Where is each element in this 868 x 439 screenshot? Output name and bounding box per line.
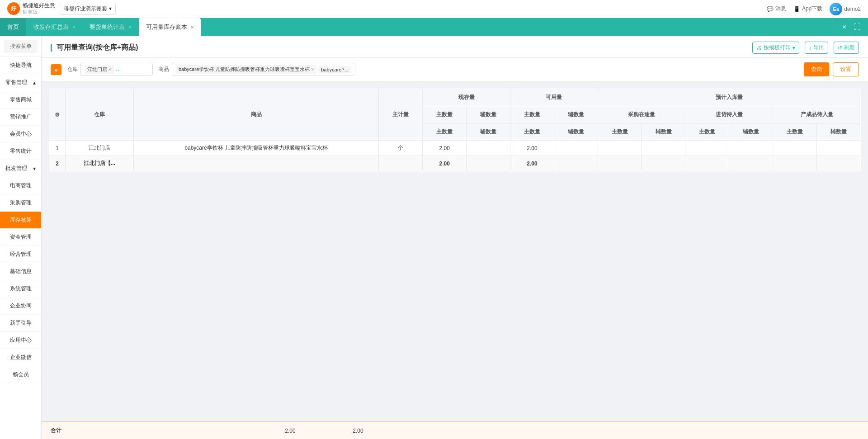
sidebar-item-retail-stats-label: 零售统计 <box>10 148 32 154</box>
sidebar-item-operations-mgmt-label: 经营管理 <box>10 251 32 257</box>
warehouse-filter-label: 仓库 <box>67 66 78 73</box>
print-button[interactable]: 🖨 按模板打印 ▾ <box>752 42 799 54</box>
sidebar-item-quick-nav[interactable]: 快捷导航 <box>0 57 41 74</box>
sidebar-item-system-mgmt[interactable]: 系统管理 <box>0 280 41 297</box>
sidebar-item-purchase-mgmt[interactable]: 采购管理 <box>0 194 41 212</box>
sidebar-item-retail-mgmt[interactable]: 零售管理 ▴ <box>0 74 41 91</box>
th-available: 可用量 <box>510 89 598 106</box>
row1-avail-aux <box>554 141 598 156</box>
row2-pt-aux <box>642 156 685 171</box>
expand-button[interactable]: » <box>51 64 61 75</box>
tab-orders-close[interactable]: × <box>128 24 131 30</box>
sidebar-item-inventory-check[interactable]: 库存核算 <box>0 212 41 229</box>
warehouse-tag-close[interactable]: × <box>108 67 111 72</box>
export-button[interactable]: ↓ 导出 <box>805 42 828 54</box>
row2-avail-aux <box>554 156 598 171</box>
row2-pp-main <box>773 156 817 171</box>
chevron-down-icon: ▾ <box>109 5 112 12</box>
query-button[interactable]: 查询 <box>804 62 829 76</box>
tab-receipts[interactable]: 收发存汇总表 × <box>26 18 82 36</box>
row2-product <box>133 156 379 171</box>
sidebar-item-enterprise-collab-label: 企业协同 <box>10 302 32 309</box>
th-cs-aux2: 辅数量 <box>467 123 510 141</box>
message-action[interactable]: 💬 消息 <box>767 5 786 13</box>
th-avail-main: 主数量 <box>510 106 554 123</box>
tab-home[interactable]: 首页 <box>0 18 26 36</box>
sidebar-item-retail-stats[interactable]: 零售统计 <box>0 143 41 160</box>
product-filter-label: 商品 <box>158 66 169 73</box>
tab-receipts-label: 收发存汇总表 <box>33 23 69 31</box>
sidebar-item-basic-info[interactable]: 基础信息 <box>0 263 41 280</box>
row1-avail-main: 2.00 <box>510 141 554 156</box>
th-pp-aux: 辅数量 <box>817 123 861 141</box>
row2-pp-aux <box>817 156 861 171</box>
th-cs-main2: 主数量 <box>423 123 467 141</box>
user-action[interactable]: Ea demo2 <box>830 3 861 15</box>
tab-fullscreen[interactable]: ⛶ <box>852 22 863 32</box>
row1-warehouse: 江北门店 <box>66 141 134 156</box>
setting-button[interactable]: 设置 <box>833 62 859 76</box>
tab-close-all[interactable]: × <box>840 22 848 32</box>
row1-unit: 个 <box>379 141 423 156</box>
sidebar-item-new-guide[interactable]: 新手引导 <box>0 315 41 332</box>
sidebar-item-enterprise-wechat[interactable]: 企业微信 <box>0 349 41 366</box>
sidebar-item-marketing[interactable]: 营销推广 <box>0 109 41 126</box>
th-purchase-transit: 采购在途量 <box>598 106 685 123</box>
sidebar-item-enterprise-collab[interactable]: 企业协同 <box>0 297 41 315</box>
sidebar-item-enterprise-wechat-label: 企业微信 <box>10 354 32 360</box>
tab-inventory-close[interactable]: × <box>191 24 193 30</box>
export-label: 导出 <box>813 44 824 52</box>
sidebar-item-member-label: 畅会员 <box>13 371 29 378</box>
row1-pt-main <box>598 141 642 156</box>
filter-more-dots[interactable]: ··· <box>116 66 121 73</box>
sidebar-item-operations-mgmt[interactable]: 经营管理 <box>0 246 41 263</box>
warehouse-filter-group: 仓库 江北门店 × ··· <box>67 63 153 76</box>
industry-select[interactable]: 母婴行业演示账套 ▾ <box>60 3 116 15</box>
content-area: 可用量查询(按仓库+商品) 🖨 按模板打印 ▾ ↓ 导出 ↺ 刷新 <box>42 36 868 439</box>
tab-inventory-label: 可用量库存账本 <box>146 23 187 31</box>
sidebar-item-member[interactable]: 畅会员 <box>0 366 41 383</box>
logo-sub: 标准版 <box>23 9 55 15</box>
search-menu-button[interactable]: 搜索菜单 <box>4 40 38 53</box>
tab-orders[interactable]: 要货单统计表 × <box>82 18 138 36</box>
row1-no: 1 <box>49 141 66 156</box>
top-bar-right: 💬 消息 📱 App下载 Ea demo2 <box>767 3 861 15</box>
tab-inventory[interactable]: 可用量库存账本 × <box>139 18 201 36</box>
page-header: 可用量查询(按仓库+商品) 🖨 按模板打印 ▾ ↓ 导出 ↺ 刷新 <box>42 36 868 58</box>
sidebar-item-wholesale-mgmt[interactable]: 批发管理 ▾ <box>0 160 41 177</box>
sidebar-item-purchase-mgmt-label: 采购管理 <box>10 199 32 206</box>
tab-receipts-close[interactable]: × <box>72 24 75 30</box>
sidebar-item-marketing-label: 营销推广 <box>10 113 32 120</box>
sidebar-item-finance-mgmt[interactable]: 资金管理 <box>0 229 41 246</box>
sidebar-item-basic-info-label: 基础信息 <box>10 268 32 274</box>
page-title-text: 可用量查询(按仓库+商品) <box>57 43 138 51</box>
warehouse-filter-input[interactable]: 江北门店 × ··· <box>80 63 153 76</box>
sidebar-item-ecommerce-mgmt[interactable]: 电商管理 <box>0 177 41 194</box>
th-settings[interactable]: ⚙ <box>49 89 66 141</box>
row1-current-aux <box>467 141 510 156</box>
row1-pt-aux <box>642 141 685 156</box>
row2-current-main: 2.00 <box>423 156 467 171</box>
row2-ip-main <box>685 156 729 171</box>
sidebar-search[interactable]: 搜索菜单 <box>0 36 41 57</box>
row2-pt-main <box>598 156 642 171</box>
app-icon: 📱 <box>793 6 800 12</box>
sidebar-item-app-center[interactable]: 应用中心 <box>0 332 41 349</box>
sidebar-item-new-guide-label: 新手引导 <box>10 320 32 326</box>
product-tag-1-close[interactable]: × <box>311 67 314 72</box>
chevron-icon: ▴ <box>33 80 36 86</box>
product-filter-input[interactable]: babycare学饮杯 儿童防摔防撞吸管杯重力球吸嘴杯宝宝水杯 × babyca… <box>172 63 355 76</box>
tab-controls: × ⛶ <box>840 22 868 32</box>
sidebar-item-retail-mall[interactable]: 零售商城 <box>0 91 41 109</box>
refresh-button[interactable]: ↺ 刷新 <box>834 42 859 54</box>
settings-icon[interactable]: ⚙ <box>55 112 60 118</box>
app-download-action[interactable]: 📱 App下载 <box>793 5 822 13</box>
product-filter-group: 商品 babycare学饮杯 儿童防摔防撞吸管杯重力球吸嘴杯宝宝水杯 × bab… <box>158 63 355 76</box>
th-current-aux: 辅数量 <box>467 106 510 123</box>
th-ip-aux: 辅数量 <box>729 123 773 141</box>
row2-unit <box>379 156 423 171</box>
sidebar-item-member-center[interactable]: 会员中心 <box>0 126 41 143</box>
footer-avail-main: 2.00 <box>340 428 376 434</box>
product-tag-1: babycare学饮杯 儿童防摔防撞吸管杯重力球吸嘴杯宝宝水杯 × <box>176 65 316 74</box>
row2-avail-main: 2.00 <box>510 156 554 171</box>
